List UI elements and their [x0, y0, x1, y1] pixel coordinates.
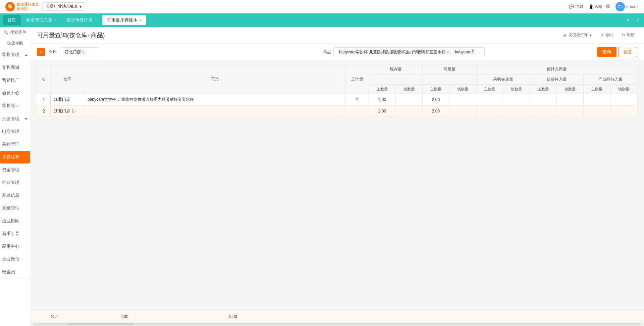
th-available-aux: 辅数量	[449, 85, 476, 94]
row2-inbound-aux	[557, 105, 584, 117]
row1-available-aux	[449, 94, 476, 105]
product-filter-group: 商品 babycare学饮杯 儿童防摔防撞吸管杯重力球吸嘴杯宝宝水杯 × bab…	[323, 47, 594, 57]
page-actions: 🖨 按模板打印 ▾ ↗ 导出 ↻ 刷新	[560, 31, 637, 39]
row2-purchase-aux	[503, 105, 530, 117]
sidebar-item-retail-stat[interactable]: 零售统计	[0, 99, 30, 112]
message-icon: 💬	[569, 4, 574, 9]
product-tag-1-close[interactable]: ×	[447, 50, 449, 54]
warehouse-input[interactable]: 江北门店 × ...	[59, 47, 99, 57]
row2-current-main: 2.00	[369, 105, 396, 117]
sidebar-item-inventory[interactable]: 库存核算	[0, 151, 30, 164]
sidebar-section-retail: 零售管理 ▲ 零售商城 营销推广 会员中心 零售统计	[0, 48, 30, 112]
sidebar-item-batch-mgmt[interactable]: 批发管理 ▼	[0, 112, 30, 125]
close-tab-action[interactable]: ✕	[624, 16, 631, 24]
product-more[interactable]: ...	[478, 50, 481, 54]
print-button[interactable]: 🖨 按模板打印 ▾	[560, 31, 594, 39]
sidebar-section-batch: 批发管理 ▼ 电商管理 采购管理 库存核算 资金管理 经营管理 基础信息 系	[0, 112, 30, 279]
th-current-aux: 辅数量	[396, 85, 423, 94]
row2-production-main	[584, 105, 610, 117]
query-button[interactable]: 查询	[597, 47, 616, 57]
export-button[interactable]: ↗ 导出	[598, 31, 616, 39]
chevron-down-icon: ▾	[590, 33, 592, 38]
sidebar-item-appstore[interactable]: 应用中心	[0, 240, 30, 253]
footer-available-main: 2.00	[206, 314, 260, 319]
warehouse-tag-close[interactable]: ×	[82, 50, 84, 54]
expand-icon: ▲	[24, 53, 28, 57]
sidebar-item-newbie[interactable]: 新手引导	[0, 227, 30, 240]
message-button[interactable]: 💬 消息	[569, 4, 583, 9]
row2-warehouse: 江北门店【...	[51, 105, 84, 117]
industry-selector[interactable]: 母婴行业演示账套 ▾	[42, 2, 85, 11]
download-icon: 📱	[589, 4, 594, 9]
th-purchase-aux: 辅数量	[503, 85, 530, 94]
sidebar-item-operation[interactable]: 经营管理	[0, 176, 30, 189]
top-bar: 畅 畅捷通好生意 标准版 母婴行业演示账套 ▾ 💬 消息 📱 App下载 Ea …	[0, 0, 644, 13]
table-footer: 合计 2.00 2.00	[30, 311, 644, 322]
footer-production-main	[532, 314, 586, 319]
filter-toggle-button[interactable]: »	[37, 48, 45, 56]
warehouse-label: 仓库	[48, 49, 57, 55]
filter-area: » 仓库 江北门店 × ... 商品 babycare学饮杯 儿童防摔防撞吸管杯…	[30, 44, 644, 61]
product-tag-1: babycare学饮杯 儿童防摔防撞吸管杯重力球吸嘴杯宝宝水杯 ×	[337, 49, 451, 55]
refresh-icon: ↻	[622, 33, 625, 38]
sidebar-item-member[interactable]: 会员中心	[0, 87, 30, 99]
scroll-track	[34, 323, 641, 325]
footer-label: 合计	[47, 314, 97, 319]
logo-area: 畅 畅捷通好生意 标准版	[5, 2, 39, 11]
expand-icon: ▼	[24, 117, 28, 121]
page-title: 可用量查询(按仓库+商品)	[37, 31, 105, 39]
product-tag-2: babycare?	[453, 49, 476, 55]
th-current-main: 主数量	[369, 85, 396, 94]
th-settings[interactable]: ⚙	[37, 64, 51, 94]
th-inbound-pending: 进货待入量	[530, 75, 584, 85]
tab-receive-close[interactable]: ×	[54, 18, 56, 22]
sidebar-quicknav[interactable]: 快捷导航	[0, 38, 30, 48]
product-input[interactable]: babycare学饮杯 儿童防摔防撞吸管杯重力球吸嘴杯宝宝水杯 × babyca…	[333, 47, 485, 57]
tab-home[interactable]: 首页	[3, 15, 21, 25]
app-download-button[interactable]: 📱 App下载	[589, 4, 610, 9]
top-bar-left: 畅 畅捷通好生意 标准版 母婴行业演示账套 ▾	[5, 2, 85, 11]
maximize-action[interactable]: ⤢	[634, 16, 641, 24]
sidebar-item-marketing[interactable]: 营销推广	[0, 74, 30, 87]
print-icon: 🖨	[563, 33, 567, 38]
warehouse-more[interactable]: ...	[88, 50, 92, 54]
sidebar-item-ecommerce[interactable]: 电商管理	[0, 125, 30, 138]
th-purchase-transit: 采购在途量	[476, 75, 530, 85]
main-layout: 🔍 搜索菜单 快捷导航 零售管理 ▲ 零售商城 营销推广 会员中心 零售统计	[0, 27, 644, 326]
sidebar: 🔍 搜索菜单 快捷导航 零售管理 ▲ 零售商城 营销推广 会员中心 零售统计	[0, 27, 30, 326]
sidebar-item-enterprise[interactable]: 企业协同	[0, 215, 30, 227]
th-purchase-main: 主数量	[476, 85, 503, 94]
horizontal-scrollbar[interactable]	[30, 322, 644, 326]
tab-available[interactable]: 可用量库存账本 ×	[102, 15, 146, 25]
sidebar-item-purchase[interactable]: 采购管理	[0, 138, 30, 151]
tab-requisition[interactable]: 要货单统计表 ×	[62, 15, 101, 25]
refresh-button[interactable]: ↻ 刷新	[619, 31, 637, 39]
warehouse-filter-group: 仓库 江北门店 × ...	[48, 47, 319, 57]
footer-inbound-main	[423, 314, 478, 319]
row2-available-main: 2.00	[423, 105, 449, 117]
sidebar-item-retail-mall[interactable]: 零售商城	[0, 61, 30, 74]
settings-icon[interactable]: ⚙	[42, 77, 46, 82]
user-profile[interactable]: Ea demo2	[615, 2, 639, 11]
scroll-thumb[interactable]	[67, 323, 134, 325]
setting-button[interactable]: 设置	[619, 47, 637, 57]
sidebar-item-retail-mgmt[interactable]: 零售管理 ▲	[0, 48, 30, 61]
tab-receive[interactable]: 收发存汇总表 ×	[21, 15, 61, 25]
row2-index: 2	[37, 105, 51, 117]
row1-current-main: 2.00	[369, 94, 396, 105]
sidebar-search[interactable]: 🔍 搜索菜单	[0, 27, 30, 38]
row1-production-main	[584, 94, 610, 105]
sidebar-item-wechat[interactable]: 企业微信	[0, 253, 30, 266]
th-planned: 预计入库量	[476, 64, 637, 75]
logo-text: 畅捷通好生意 标准版	[17, 2, 39, 11]
tab-requisition-close[interactable]: ×	[95, 18, 97, 22]
row1-purchase-main	[476, 94, 503, 105]
filter-buttons: 查询 设置	[597, 47, 637, 57]
sidebar-item-basic[interactable]: 基础信息	[0, 189, 30, 202]
tab-available-close[interactable]: ×	[140, 18, 142, 22]
sidebar-item-member2[interactable]: 畅会员	[0, 266, 30, 278]
export-icon: ↗	[600, 33, 604, 38]
sidebar-item-system[interactable]: 系统管理	[0, 202, 30, 215]
search-icon: 🔍	[4, 30, 9, 35]
sidebar-item-finance[interactable]: 资金管理	[0, 164, 30, 176]
